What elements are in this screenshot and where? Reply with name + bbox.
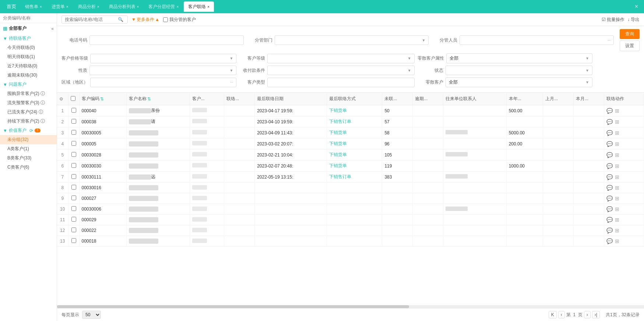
query-button[interactable]: 查询 — [620, 29, 640, 39]
grid-action-icon[interactable]: ⊞ — [615, 206, 619, 212]
chat-icon[interactable]: 💬 — [606, 108, 613, 114]
last-method-link[interactable]: 下销货单 — [329, 152, 347, 157]
row-checkbox[interactable] — [71, 108, 76, 113]
grid-action-icon[interactable]: ⊞ — [615, 238, 619, 244]
chat-icon[interactable]: 💬 — [606, 206, 613, 212]
last-method-link[interactable]: 下销售订单 — [329, 174, 351, 179]
scatter-attr-select[interactable]: 全部 ▼ — [446, 53, 592, 63]
nav-tab-purchase-close[interactable]: × — [66, 5, 68, 9]
sidebar-item-lost[interactable]: 已流失客户(24) ⓘ — [0, 107, 57, 117]
filter-search-icon[interactable]: 🔍 — [118, 17, 123, 22]
grid-action-icon[interactable]: ⊞ — [615, 130, 619, 136]
horizontal-scrollbar[interactable] — [57, 305, 644, 308]
sidebar-item-overdue[interactable]: 逾期未联络(30) — [0, 71, 57, 80]
settings-icon[interactable]: ⚙ — [59, 96, 63, 102]
nav-tab-purchase[interactable]: 进货单 × — [47, 1, 73, 12]
row-checkbox[interactable] — [71, 163, 76, 168]
cust-type-select[interactable] — [267, 78, 414, 87]
row-checkbox[interactable] — [71, 206, 76, 211]
sidebar-item-today[interactable]: 今天待联络(0) — [0, 43, 57, 52]
export-button[interactable]: ↓ 导出 — [627, 17, 640, 23]
first-page-button[interactable]: K — [549, 311, 557, 318]
row-checkbox[interactable] — [71, 227, 76, 232]
last-method-link[interactable]: 下销货单 — [329, 141, 347, 146]
select-all-checkbox[interactable] — [71, 96, 75, 101]
dept-select[interactable]: ▼ — [275, 35, 429, 45]
sidebar-item-typeC[interactable]: C类客户(6) — [0, 163, 57, 172]
nav-tab-sales-close[interactable]: × — [40, 5, 42, 9]
chat-icon[interactable]: 💬 — [606, 130, 613, 136]
chat-icon[interactable]: 💬 — [606, 174, 613, 180]
nav-tab-sales[interactable]: 销售单 × — [21, 1, 46, 12]
nav-tab-analysis-close[interactable]: × — [97, 5, 99, 9]
sidebar-item-typeB[interactable]: B类客户(33) — [0, 154, 57, 163]
nav-tab-customer-tier[interactable]: 客户分层经营 × — [144, 1, 183, 12]
chat-icon[interactable]: 💬 — [606, 119, 613, 125]
row-checkbox[interactable] — [71, 238, 76, 243]
sidebar-group-pending[interactable]: ▼ 待联络客户 — [0, 34, 57, 43]
batch-ops-button[interactable]: ☑ 批量操作 — [602, 17, 624, 23]
chat-icon[interactable]: 💬 — [606, 185, 613, 191]
row-checkbox[interactable] — [71, 119, 76, 124]
prev-page-button[interactable]: ‹ — [558, 311, 565, 318]
grid-action-icon[interactable]: ⊞ — [615, 141, 619, 147]
close-window-button[interactable]: × — [632, 3, 641, 10]
more-conditions-button[interactable]: ▼ 更多条件 ▲ — [131, 17, 159, 23]
cust-level-select[interactable]: ▼ — [267, 54, 414, 63]
row-checkbox[interactable] — [71, 185, 76, 190]
grid-action-icon[interactable]: ⊞ — [615, 217, 619, 223]
chat-icon[interactable]: 💬 — [606, 195, 613, 201]
price-level-select[interactable]: ▼ — [90, 54, 236, 63]
grid-action-icon[interactable]: ⊞ — [615, 119, 619, 125]
chat-icon[interactable]: 💬 — [606, 227, 613, 233]
scatter-select[interactable]: 全部 ▼ — [446, 77, 592, 87]
sidebar-group-value[interactable]: ▼ 价值客户 ⟳ ! — [0, 126, 57, 135]
grid-action-icon[interactable]: ⊞ — [615, 108, 619, 114]
last-method-link[interactable]: 下销货单 — [329, 108, 347, 113]
status-select[interactable]: ▼ — [446, 66, 592, 75]
chat-icon[interactable]: 💬 — [606, 238, 613, 244]
phone-input[interactable] — [89, 35, 244, 45]
per-page-select[interactable]: 50 100 — [82, 311, 101, 319]
row-checkbox[interactable] — [71, 130, 76, 135]
nav-tab-customer-tier-close[interactable]: × — [176, 5, 179, 9]
row-checkbox[interactable] — [71, 141, 76, 146]
sidebar-item-churn-warn[interactable]: 流失预警客户(3) ⓘ — [0, 98, 57, 107]
chat-icon[interactable]: 💬 — [606, 163, 613, 169]
sidebar-item-ungroup[interactable]: 未分组(32) — [0, 135, 57, 144]
grid-action-icon[interactable]: ⊞ — [615, 152, 619, 158]
last-method-link[interactable]: 下销售订单 — [329, 119, 351, 124]
sidebar-group-problem[interactable]: ▼ 问题客户 — [0, 80, 57, 89]
grid-action-icon[interactable]: ⊞ — [615, 163, 619, 169]
th-settings[interactable]: ⚙ — [57, 93, 68, 105]
nav-tab-customer-contact-close[interactable]: × — [207, 5, 210, 9]
grid-action-icon[interactable]: ⊞ — [615, 174, 619, 180]
sidebar-item-declining[interactable]: 持续下滑客户(2) ⓘ — [0, 117, 57, 126]
region-select[interactable]: ··· — [90, 78, 236, 87]
all-customers-header[interactable]: ⊞ 全部客户 « — [0, 23, 57, 34]
grid-action-icon[interactable]: ⊞ — [615, 195, 619, 201]
my-customers-checkbox[interactable]: 我分管的客户 — [163, 17, 196, 23]
chat-icon[interactable]: 💬 — [606, 217, 613, 223]
last-page-button[interactable]: ›| — [592, 311, 600, 318]
last-method-link[interactable]: 下销货单 — [329, 130, 347, 135]
row-checkbox[interactable] — [71, 152, 76, 157]
value-refresh-icon[interactable]: ⟳ — [29, 128, 33, 133]
last-method-link[interactable]: 下销货单 — [329, 163, 347, 168]
filter-search-input[interactable] — [65, 17, 116, 22]
sidebar-search-input[interactable] — [3, 15, 57, 21]
sidebar-item-7days[interactable]: 近7天待联络(0) — [0, 61, 57, 71]
nature-select[interactable]: ▼ — [89, 66, 236, 75]
nav-tab-analysis-list-close[interactable]: × — [137, 5, 139, 9]
next-page-button[interactable]: › — [584, 311, 591, 318]
nav-tab-analysis[interactable]: 商品分析 × — [74, 1, 104, 12]
nav-home[interactable]: 首页 — [3, 3, 20, 10]
sidebar-item-typeA[interactable]: A类客户(1) — [0, 144, 57, 154]
grid-action-icon[interactable]: ⊞ — [615, 185, 619, 191]
person-select[interactable]: ··· — [460, 35, 614, 45]
row-checkbox[interactable] — [71, 195, 76, 200]
payment-select[interactable]: ▼ — [267, 66, 414, 75]
sidebar-item-abnormal[interactable]: 囤购异常客户(2) ⓘ — [0, 89, 57, 98]
grid-action-icon[interactable]: ⊞ — [615, 227, 619, 233]
chat-icon[interactable]: 💬 — [606, 152, 613, 158]
